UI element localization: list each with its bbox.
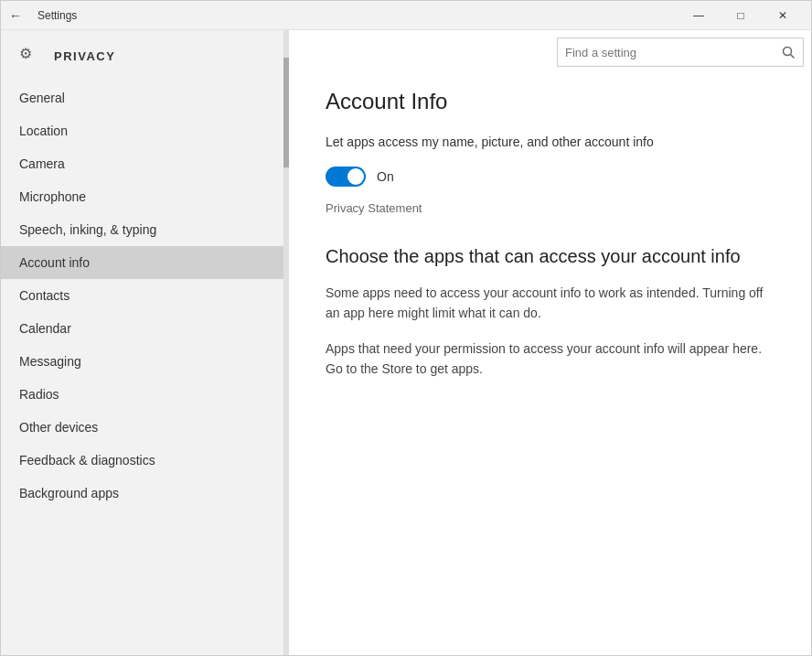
- main-area: ⚙ PRIVACY GeneralLocationCameraMicrophon…: [1, 30, 811, 655]
- sidebar-item-general[interactable]: General: [1, 81, 289, 114]
- sidebar-item-microphone[interactable]: Microphone: [1, 180, 289, 213]
- toggle-description: Let apps access my name, picture, and ot…: [326, 133, 775, 152]
- sidebar-nav: GeneralLocationCameraMicrophoneSpeech, i…: [1, 81, 289, 655]
- sidebar: ⚙ PRIVACY GeneralLocationCameraMicrophon…: [1, 30, 289, 655]
- toggle-row: On: [326, 167, 775, 187]
- sidebar-item-calendar[interactable]: Calendar: [1, 312, 289, 345]
- page-title: Account Info: [326, 89, 775, 114]
- settings-window: ← Settings — □ ✕ ⚙ PRIVACY GeneralLocati…: [0, 0, 812, 656]
- close-button[interactable]: ✕: [762, 1, 804, 30]
- sidebar-item-radios[interactable]: Radios: [1, 378, 289, 411]
- toggle-state-label: On: [377, 169, 394, 184]
- privacy-statement-link[interactable]: Privacy Statement: [326, 201, 775, 215]
- sidebar-item-contacts[interactable]: Contacts: [1, 279, 289, 312]
- title-bar: ← Settings — □ ✕: [1, 1, 811, 30]
- sidebar-item-location[interactable]: Location: [1, 114, 289, 147]
- apps-section-body-1: Some apps need to access your account in…: [326, 283, 775, 324]
- sidebar-item-account-info[interactable]: Account info: [1, 246, 289, 279]
- window-controls: — □ ✕: [678, 1, 804, 30]
- svg-line-1: [791, 55, 795, 59]
- apps-section-body-2: Apps that need your permission to access…: [326, 339, 775, 380]
- search-bar: [557, 38, 804, 67]
- maximize-button[interactable]: □: [720, 1, 762, 30]
- search-input[interactable]: [558, 46, 774, 59]
- sidebar-header: ⚙ PRIVACY: [1, 30, 289, 81]
- content-area: Account Info Let apps access my name, pi…: [289, 30, 811, 655]
- search-icon: [774, 38, 803, 67]
- sidebar-item-messaging[interactable]: Messaging: [1, 345, 289, 378]
- sidebar-item-other-devices[interactable]: Other devices: [1, 411, 289, 444]
- sidebar-item-camera[interactable]: Camera: [1, 147, 289, 180]
- window-title: Settings: [37, 9, 77, 22]
- account-info-toggle[interactable]: [326, 167, 366, 187]
- title-bar-left: ← Settings: [1, 1, 77, 30]
- sidebar-item-background-apps[interactable]: Background apps: [1, 477, 289, 510]
- apps-section-title: Choose the apps that can access your acc…: [326, 244, 775, 268]
- sidebar-item-feedback[interactable]: Feedback & diagnostics: [1, 444, 289, 477]
- minimize-button[interactable]: —: [678, 1, 720, 30]
- back-button[interactable]: ←: [1, 1, 30, 30]
- sidebar-item-speech[interactable]: Speech, inking, & typing: [1, 213, 289, 246]
- privacy-icon: ⚙: [19, 45, 41, 67]
- sidebar-heading: PRIVACY: [54, 49, 115, 63]
